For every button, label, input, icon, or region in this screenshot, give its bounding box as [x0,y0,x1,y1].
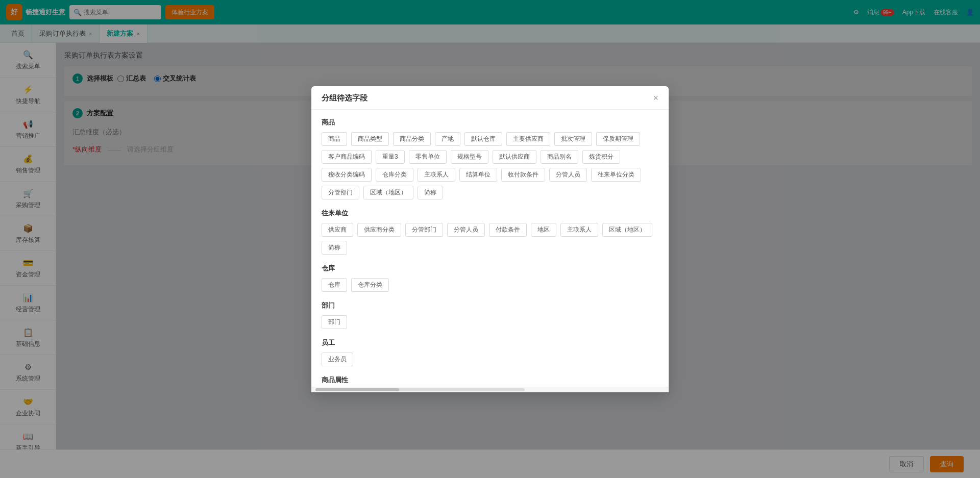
field-tag-payment-condition[interactable]: 付款条件 [489,223,527,237]
field-tag-main-supplier[interactable]: 主要供应商 [506,132,550,146]
field-tag-batch-mgmt[interactable]: 批次管理 [554,132,592,146]
field-tag-main-contact[interactable]: 主联系人 [418,168,455,182]
field-tag-supplier[interactable]: 供应商 [322,223,353,237]
field-tag-supplier-category[interactable]: 供应商分类 [357,223,401,237]
partner-field-tags: 供应商 供应商分类 分管部门 分管人员 付款条件 地区 主联系人 区域（地区） … [322,223,658,255]
field-tag-product-type[interactable]: 商品类型 [351,132,389,146]
field-tag-product-category[interactable]: 商品分类 [393,132,431,146]
field-tag-area[interactable]: 地区 [531,223,556,237]
modal-overlay: 分组待选字段 × 商品 商品 商品类型 商品分类 产地 默认仓库 主要供应商 批… [0,0,980,478]
section-partner: 往来单位 供应商 供应商分类 分管部门 分管人员 付款条件 地区 主联系人 区域… [322,209,658,255]
staff-field-tags: 业务员 [322,353,658,366]
field-select-modal: 分组待选字段 × 商品 商品 商品类型 商品分类 产地 默认仓库 主要供应商 批… [311,86,669,392]
field-tag-expiry-mgmt[interactable]: 保质期管理 [596,132,640,146]
field-tag-settle-unit[interactable]: 结算单位 [459,168,497,182]
modal-header: 分组待选字段 × [311,86,669,110]
dept-field-tags: 部门 [322,315,658,329]
modal-title: 分组待选字段 [322,93,368,103]
field-tag-admin-dept[interactable]: 分管部门 [322,186,359,199]
field-tag-default-warehouse[interactable]: 默认仓库 [464,132,502,146]
warehouse-field-tags: 仓库 仓库分类 [322,278,658,292]
field-tag-warehouse-cat[interactable]: 仓库分类 [351,278,389,292]
field-tag-partner-short[interactable]: 简称 [322,241,347,255]
section-dept: 部门 部门 [322,301,658,329]
field-tag-short-name-product[interactable]: 简称 [418,186,443,199]
field-tag-payment-terms[interactable]: 收付款条件 [501,168,545,182]
field-tag-partner-admin-dept[interactable]: 分管部门 [405,223,443,237]
modal-close-button[interactable]: × [653,93,658,103]
field-tag-warehouse[interactable]: 仓库 [322,278,347,292]
field-tag-partner-admin-person[interactable]: 分管人员 [447,223,485,237]
field-tag-refine-points[interactable]: 炼货积分 [582,150,620,164]
section-product-title: 商品 [322,118,658,127]
section-dept-title: 部门 [322,301,658,310]
field-tag-weight3[interactable]: 重量3 [376,150,405,164]
field-tag-partner-category[interactable]: 往来单位分类 [591,168,641,182]
field-tag-default-supplier[interactable]: 默认供应商 [493,150,536,164]
field-tag-dept[interactable]: 部门 [322,315,347,329]
field-tag-retail-unit[interactable]: 零售单位 [409,150,447,164]
section-staff-title: 员工 [322,338,658,347]
field-tag-origin[interactable]: 产地 [435,132,460,146]
section-staff: 员工 业务员 [322,338,658,366]
modal-body: 商品 商品 商品类型 商品分类 产地 默认仓库 主要供应商 批次管理 保质期管理… [311,110,669,387]
section-partner-title: 往来单位 [322,209,658,218]
field-tag-partner-main-contact[interactable]: 主联系人 [560,223,598,237]
field-tag-product-alias[interactable]: 商品别名 [541,150,578,164]
section-warehouse-title: 仓库 [322,264,658,273]
field-tag-admin-person[interactable]: 分管人员 [549,168,587,182]
modal-hscroll[interactable] [311,387,669,392]
field-tag-tax-code[interactable]: 税收分类编码 [322,168,372,182]
field-tag-warehouse-category[interactable]: 仓库分类 [376,168,413,182]
product-field-tags: 商品 商品类型 商品分类 产地 默认仓库 主要供应商 批次管理 保质期管理 客户… [322,132,658,199]
field-tag-partner-region[interactable]: 区域（地区） [602,223,652,237]
field-tag-customer-code[interactable]: 客户商品编码 [322,150,372,164]
section-product: 商品 商品 商品类型 商品分类 产地 默认仓库 主要供应商 批次管理 保质期管理… [322,118,658,199]
field-tag-salesperson[interactable]: 业务员 [322,353,353,366]
section-product-attr: 商品属性 属性 颜色 多规格 尺码 鞋码 1 [322,375,658,387]
field-tag-region-product[interactable]: 区域（地区） [363,186,413,199]
field-tag-spec-model[interactable]: 规格型号 [451,150,488,164]
section-warehouse: 仓库 仓库 仓库分类 [322,264,658,292]
field-tag-product[interactable]: 商品 [322,132,347,146]
section-product-attr-title: 商品属性 [322,375,658,385]
